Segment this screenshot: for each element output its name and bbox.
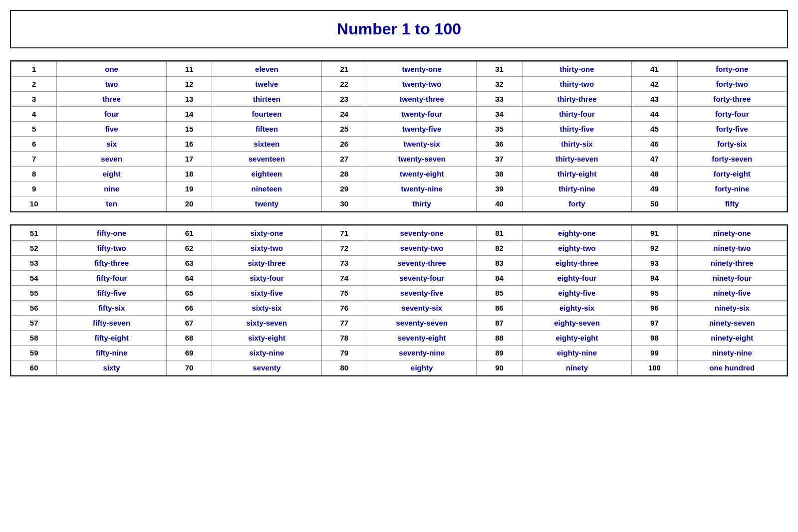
number-cell: 77	[321, 316, 367, 331]
number-cell: 27	[321, 152, 367, 167]
word-cell: eighty-eight	[522, 331, 631, 346]
number-cell: 67	[166, 316, 212, 331]
word-cell: twenty-six	[367, 137, 477, 152]
number-cell: 64	[166, 271, 212, 286]
word-cell: eighty-three	[522, 256, 631, 271]
word-cell: sixty-seven	[212, 316, 321, 331]
number-cell: 65	[166, 286, 212, 301]
number-cell: 18	[166, 167, 212, 181]
word-cell: ninety-two	[677, 241, 787, 256]
number-cell: 26	[321, 137, 367, 152]
number-cell: 30	[321, 196, 367, 211]
word-cell: seventy-nine	[367, 346, 477, 360]
word-cell: twenty-four	[367, 107, 477, 122]
number-cell: 60	[11, 360, 57, 375]
number-cell: 2	[11, 77, 57, 92]
word-cell: seventy	[212, 360, 321, 375]
number-cell: 62	[166, 241, 212, 256]
number-cell: 93	[632, 256, 677, 271]
word-cell: ninety	[522, 360, 631, 375]
number-cell: 89	[477, 346, 522, 360]
number-cell: 45	[632, 122, 677, 137]
number-cell: 78	[321, 331, 367, 346]
word-cell: thirty-nine	[522, 181, 631, 196]
number-cell: 11	[166, 62, 212, 77]
number-cell: 95	[632, 286, 677, 301]
word-cell: seventy-seven	[367, 316, 477, 331]
word-cell: seventeen	[212, 152, 321, 167]
word-cell: twelve	[212, 77, 321, 92]
word-cell: thirty-one	[522, 62, 631, 77]
number-cell: 56	[11, 301, 57, 316]
word-cell: thirty-two	[522, 77, 631, 92]
table1: 1one11eleven21twenty-one31thirty-one41fo…	[11, 61, 787, 211]
word-cell: two	[57, 77, 166, 92]
number-cell: 1	[11, 62, 57, 77]
number-cell: 19	[166, 181, 212, 196]
word-cell: eighty-two	[522, 241, 631, 256]
number-cell: 83	[477, 256, 522, 271]
word-cell: seventy-five	[367, 286, 477, 301]
number-cell: 8	[11, 167, 57, 181]
word-cell: fifty-four	[57, 271, 166, 286]
number-cell: 99	[632, 346, 677, 360]
number-cell: 33	[477, 92, 522, 107]
word-cell: four	[57, 107, 166, 122]
word-cell: fifty-three	[57, 256, 166, 271]
word-cell: sixty-two	[212, 241, 321, 256]
number-cell: 7	[11, 152, 57, 167]
number-cell: 13	[166, 92, 212, 107]
number-cell: 54	[11, 271, 57, 286]
word-cell: seventy-three	[367, 256, 477, 271]
number-cell: 21	[321, 62, 367, 77]
title-box: Number 1 to 100	[10, 10, 788, 48]
word-cell: eighty-six	[522, 301, 631, 316]
word-cell: nineteen	[212, 181, 321, 196]
number-cell: 73	[321, 256, 367, 271]
word-cell: twenty-seven	[367, 152, 477, 167]
word-cell: six	[57, 137, 166, 152]
number-cell: 57	[11, 316, 57, 331]
number-cell: 92	[632, 241, 677, 256]
word-cell: thirty-seven	[522, 152, 631, 167]
word-cell: fifty-seven	[57, 316, 166, 331]
word-cell: sixteen	[212, 137, 321, 152]
number-cell: 51	[11, 226, 57, 241]
number-cell: 82	[477, 241, 522, 256]
number-cell: 72	[321, 241, 367, 256]
word-cell: seventy-four	[367, 271, 477, 286]
word-cell: fifteen	[212, 122, 321, 137]
word-cell: fifty-eight	[57, 331, 166, 346]
word-cell: seventy-two	[367, 241, 477, 256]
word-cell: forty-four	[677, 107, 787, 122]
number-cell: 36	[477, 137, 522, 152]
word-cell: seventy-six	[367, 301, 477, 316]
number-cell: 90	[477, 360, 522, 375]
number-cell: 20	[166, 196, 212, 211]
number-cell: 55	[11, 286, 57, 301]
number-cell: 81	[477, 226, 522, 241]
number-cell: 29	[321, 181, 367, 196]
word-cell: twenty-five	[367, 122, 477, 137]
word-cell: eighty-five	[522, 286, 631, 301]
number-cell: 38	[477, 167, 522, 181]
word-cell: sixty-three	[212, 256, 321, 271]
word-cell: twenty-eight	[367, 167, 477, 181]
word-cell: seventy-one	[367, 226, 477, 241]
word-cell: forty-eight	[677, 167, 787, 181]
word-cell: ninety-seven	[677, 316, 787, 331]
word-cell: forty-two	[677, 77, 787, 92]
word-cell: fifty	[677, 196, 787, 211]
word-cell: thirty-six	[522, 137, 631, 152]
word-cell: fifty-one	[57, 226, 166, 241]
word-cell: eighty-nine	[522, 346, 631, 360]
number-cell: 15	[166, 122, 212, 137]
word-cell: three	[57, 92, 166, 107]
number-cell: 35	[477, 122, 522, 137]
word-cell: fourteen	[212, 107, 321, 122]
number-cell: 22	[321, 77, 367, 92]
word-cell: twenty-one	[367, 62, 477, 77]
number-cell: 76	[321, 301, 367, 316]
number-cell: 28	[321, 167, 367, 181]
number-cell: 40	[477, 196, 522, 211]
